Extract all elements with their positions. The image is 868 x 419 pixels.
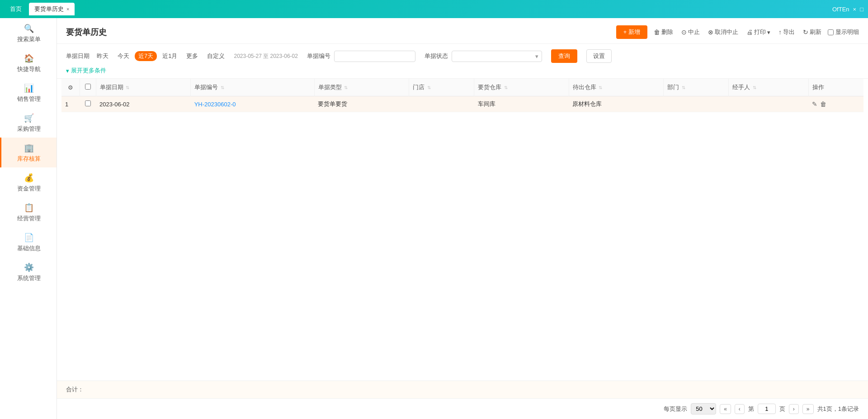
- date-tag-today[interactable]: 今天: [114, 51, 133, 61]
- per-page-select[interactable]: 50 10 20 100: [691, 403, 716, 414]
- row-checkbox-cell: [80, 96, 96, 112]
- filter-area: 单据日期 昨天 今天 近7天 近1月 更多 自定义 2023-05-27 至 2…: [57, 44, 868, 79]
- expand-more-icon: ▾: [66, 67, 69, 74]
- doc-number-filter: 单据编号: [307, 51, 415, 62]
- last-page-btn[interactable]: »: [802, 404, 814, 414]
- row-handler: [728, 96, 808, 112]
- sidebar-item-system[interactable]: ⚙️ 系统管理: [0, 257, 57, 287]
- doc-status-filter: 单据状态: [425, 51, 542, 62]
- reqwh-sort-icon: ⇅: [504, 85, 508, 90]
- next-page-btn[interactable]: ›: [789, 404, 799, 414]
- pendwh-sort-icon: ⇅: [599, 85, 602, 90]
- delete-icon: 🗑: [654, 29, 660, 36]
- print-button[interactable]: 🖨 打印 ▾: [745, 28, 772, 36]
- table-container: ⚙ 单据日期 ⇅ 单据编号 ⇅ 单据类型: [57, 79, 868, 381]
- docno-sort-icon: ⇅: [221, 85, 224, 90]
- row-doc-type: 要货单要货: [314, 96, 409, 112]
- purchase-icon: 🛒: [24, 113, 34, 123]
- sidebar-item-search-menu[interactable]: 🔍 搜索菜单: [0, 18, 57, 48]
- row-doc-link[interactable]: YH-20230602-0: [194, 101, 236, 108]
- filter-row-1: 单据日期 昨天 今天 近7天 近1月 更多 自定义 2023-05-27 至 2…: [66, 49, 859, 63]
- doc-number-input[interactable]: [334, 51, 415, 62]
- stop-button[interactable]: ⊙ 中止: [679, 28, 702, 36]
- tab-active[interactable]: 要货单历史 ×: [29, 3, 75, 15]
- col-pending-warehouse[interactable]: 待出仓库 ⇅: [569, 79, 664, 96]
- doc-number-label: 单据编号: [307, 52, 330, 60]
- export-button[interactable]: ↑ 导出: [777, 28, 797, 36]
- row-edit-icon[interactable]: ✎: [812, 100, 817, 108]
- row-checkbox[interactable]: [85, 100, 91, 106]
- sidebar-item-purchase[interactable]: 🛒 采购管理: [0, 108, 57, 138]
- col-action: 操作: [808, 79, 863, 96]
- date-tag-custom[interactable]: 自定义: [203, 51, 228, 61]
- sidebar-item-finance[interactable]: 💰 资金管理: [0, 167, 57, 197]
- row-department: [664, 96, 729, 112]
- new-button[interactable]: + 新增: [616, 25, 647, 39]
- sidebar-item-operations[interactable]: 📋 经营管理: [0, 197, 57, 227]
- print-icon: 🖨: [746, 29, 753, 36]
- expand-more-label: 展开更多条件: [71, 67, 106, 75]
- search-menu-icon: 🔍: [24, 24, 34, 33]
- table-body: 1 2023-06-02 YH-20230602-0 要货单要货 车间库 原材料…: [61, 96, 863, 112]
- store-sort-icon: ⇅: [427, 85, 431, 90]
- records-table: ⚙ 单据日期 ⇅ 单据编号 ⇅ 单据类型: [61, 79, 863, 112]
- select-all-checkbox[interactable]: [85, 84, 91, 90]
- row-action: ✎ 🗑: [808, 96, 863, 112]
- date-filter-label: 单据日期: [66, 52, 90, 60]
- col-store[interactable]: 门店 ⇅: [409, 79, 474, 96]
- date-tag-more[interactable]: 更多: [183, 51, 202, 61]
- page-label: 第: [748, 405, 754, 413]
- date-tag-yesterday[interactable]: 昨天: [93, 51, 112, 61]
- page-input[interactable]: [758, 404, 776, 414]
- first-page-btn[interactable]: «: [720, 404, 731, 414]
- total-info: 共1页，1条记录: [817, 405, 859, 413]
- col-doc-no[interactable]: 单据编号 ⇅: [191, 79, 315, 96]
- tab-close-icon[interactable]: ×: [66, 6, 69, 12]
- date-tag-1month[interactable]: 近1月: [159, 51, 181, 61]
- expand-more-btn[interactable]: ▾ 展开更多条件: [66, 67, 859, 75]
- sidebar-item-basic-info[interactable]: 📄 基础信息: [0, 227, 57, 257]
- sidebar-item-label-quicknav: 快捷导航: [17, 65, 41, 73]
- date-tag-7days[interactable]: 近7天: [135, 51, 157, 61]
- date-sort-icon: ⇅: [126, 85, 129, 90]
- main-layout: 🔍 搜索菜单 🏠 快捷导航 📊 销售管理 🛒 采购管理 🏢 库存核算 💰 资金管…: [0, 18, 868, 419]
- doc-status-select[interactable]: [452, 51, 542, 62]
- page-suffix: 页: [779, 405, 785, 413]
- query-button[interactable]: 查询: [551, 49, 577, 63]
- date-filter: 单据日期 昨天 今天 近7天 近1月 更多 自定义 2023-05-27 至 2…: [66, 51, 298, 61]
- row-store: [409, 96, 474, 112]
- topbar-brand: OfTEn: [832, 6, 849, 13]
- doc-status-label: 单据状态: [425, 52, 448, 60]
- topbar-maximize-btn[interactable]: □: [860, 6, 863, 13]
- row-request-warehouse: 车间库: [474, 96, 569, 112]
- display-detail-toggle[interactable]: 显示明细: [828, 28, 859, 36]
- col-department[interactable]: 部门 ⇅: [664, 79, 729, 96]
- sidebar-item-quick-nav[interactable]: 🏠 快捷导航: [0, 48, 57, 78]
- row-delete-icon[interactable]: 🗑: [820, 100, 826, 108]
- tab-home[interactable]: 首页: [5, 3, 27, 15]
- sales-icon: 📊: [24, 83, 34, 93]
- sidebar-item-sales[interactable]: 📊 销售管理: [0, 78, 57, 108]
- col-handler[interactable]: 经手人 ⇅: [728, 79, 808, 96]
- refresh-button[interactable]: ↻ 刷新: [801, 28, 823, 36]
- action-icons: ✎ 🗑: [812, 100, 860, 108]
- sidebar-item-label-operations: 经营管理: [17, 214, 41, 223]
- settings-button[interactable]: 设置: [586, 49, 612, 63]
- prev-page-btn[interactable]: ‹: [735, 404, 745, 414]
- display-detail-label: 显示明细: [835, 28, 859, 36]
- doctype-sort-icon: ⇅: [344, 85, 348, 90]
- toolbar: + 新增 🗑 删除 ⊙ 中止 ⊗ 取消中止 🖨 打印 ▾: [616, 25, 859, 39]
- display-detail-checkbox[interactable]: [828, 29, 834, 35]
- print-dropdown-icon: ▾: [767, 29, 770, 36]
- delete-button[interactable]: 🗑 删除: [652, 28, 675, 36]
- topbar-close-btn[interactable]: ×: [853, 6, 857, 13]
- col-date[interactable]: 单据日期 ⇅: [96, 79, 191, 96]
- col-request-warehouse[interactable]: 要货仓库 ⇅: [474, 79, 569, 96]
- sidebar-item-inventory[interactable]: 🏢 库存核算: [0, 138, 57, 167]
- col-settings[interactable]: ⚙: [61, 79, 80, 96]
- cancel-stop-button[interactable]: ⊗ 取消中止: [706, 28, 740, 36]
- doc-status-select-wrap: [452, 51, 542, 62]
- system-icon: ⚙️: [24, 262, 34, 272]
- col-doc-type[interactable]: 单据类型 ⇅: [314, 79, 409, 96]
- row-pending-warehouse: 原材料仓库: [569, 96, 664, 112]
